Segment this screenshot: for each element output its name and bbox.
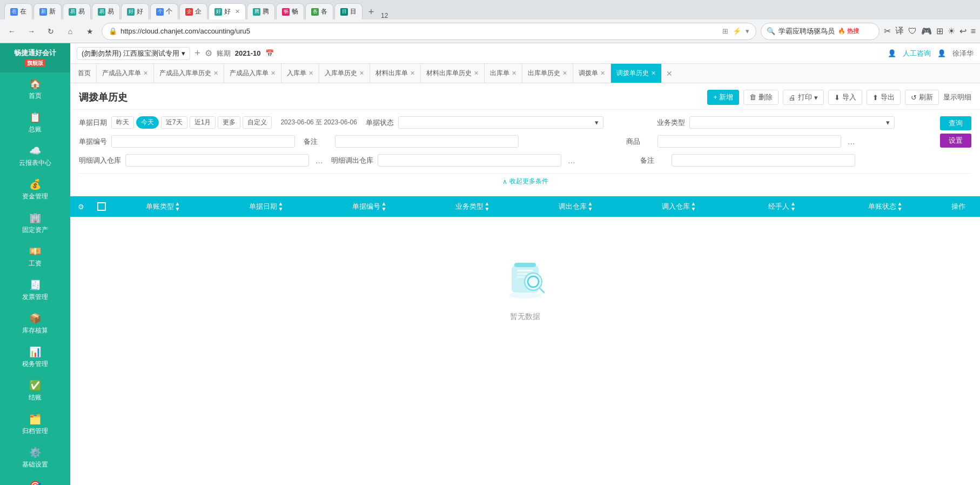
browser-tab-1[interactable]: 在 在 [4, 3, 32, 19]
sidebar-item-home[interactable]: 🏠 首页 [0, 72, 70, 106]
new-tab-button[interactable]: + [364, 4, 379, 19]
undo-icon[interactable]: ↩ [959, 26, 966, 36]
tab-storage-in[interactable]: 入库单 ✕ [281, 64, 319, 83]
sidebar-item-archive[interactable]: 🗂️ 归档管理 [0, 408, 70, 441]
browser-tab-11[interactable]: 目 目 [334, 3, 363, 19]
company-gear-icon[interactable]: ⚙ [205, 48, 212, 58]
tab-storage-out[interactable]: 出库单 ✕ [485, 64, 522, 83]
th-doc-no[interactable]: 单据编号 ▲▼ [318, 201, 421, 212]
forward-button[interactable]: → [24, 24, 39, 39]
browser-tab-9[interactable]: 畅 畅 [276, 3, 304, 19]
docno-input[interactable] [111, 135, 295, 148]
browser-tab-10[interactable]: 各 各 [305, 3, 333, 19]
browser-tab-2[interactable]: 新 新 [33, 3, 62, 19]
date-btn-7days[interactable]: 近7天 [161, 116, 187, 129]
sidebar-item-settings[interactable]: ⚙️ 基础设置 [0, 441, 70, 475]
tab-material-out[interactable]: 材料出库单 ✕ [370, 64, 421, 83]
goods-ellipsis-icon[interactable]: ... [848, 137, 855, 147]
date-btn-more[interactable]: 更多 [218, 116, 240, 129]
bookmark-button[interactable]: ★ [82, 24, 97, 39]
refresh-button-page[interactable]: ↺ 刷新 [905, 90, 939, 105]
sidebar-item-assets[interactable]: 🏢 固定资产 [0, 207, 70, 240]
tab-material-out-history[interactable]: 材料出库单历史 ✕ [421, 64, 485, 83]
sidebar-item-invoice[interactable]: 🧾 发票管理 [0, 274, 70, 307]
game-icon[interactable]: 🎮 [921, 26, 932, 36]
browser-tab-4[interactable]: 易 易 [92, 3, 120, 19]
tab-products-in[interactable]: 产成品入库单 ✕ [97, 64, 154, 83]
theme-icon[interactable]: ☀ [948, 26, 955, 36]
delete-button[interactable]: 🗑 删除 [743, 90, 778, 105]
detail-out-input[interactable] [378, 154, 561, 167]
remark2-input[interactable] [672, 154, 855, 167]
sidebar-item-inventory[interactable]: 📦 库存核算 [0, 307, 70, 341]
tab-transfer[interactable]: 调拨单 ✕ [573, 64, 611, 83]
tab-close-active[interactable]: ✕ [235, 8, 240, 15]
close-icon-7[interactable]: ✕ [474, 70, 479, 77]
tab-home[interactable]: 首页 [72, 64, 97, 83]
close-icon-10[interactable]: ✕ [600, 70, 605, 77]
print-button[interactable]: 🖨 打印 ▾ [783, 90, 824, 105]
tab-products-in2[interactable]: 产成品入库单 ✕ [224, 64, 281, 83]
date-btn-today[interactable]: 今天 [136, 116, 159, 129]
new-button[interactable]: + 新增 [707, 90, 739, 105]
browser-tab-6[interactable]: 个 个 [150, 3, 178, 19]
sidebar-item-close[interactable]: ✅ 结账 [0, 374, 70, 408]
sidebar-item-tax[interactable]: 📊 税务管理 [0, 341, 70, 374]
close-icon-3[interactable]: ✕ [271, 70, 276, 77]
refresh-button[interactable]: ↻ [43, 24, 58, 39]
close-icon-4[interactable]: ✕ [308, 70, 313, 77]
translate-icon[interactable]: 译 [895, 25, 904, 37]
scissors-icon[interactable]: ✂ [884, 26, 891, 36]
tab-storage-out-history[interactable]: 出库单历史 ✕ [522, 64, 573, 83]
table-select-all[interactable] [92, 202, 111, 211]
close-icon-11[interactable]: ✕ [651, 70, 656, 77]
detail-in-input[interactable] [125, 154, 309, 167]
browser-tab-active[interactable]: 好 好 ✕ [209, 3, 246, 19]
status-select[interactable]: ▾ [398, 116, 603, 129]
collapse-bar[interactable]: ∧ 收起更多条件 [79, 173, 971, 189]
tab-products-in-history[interactable]: 产成品入库单历史 ✕ [154, 64, 224, 83]
sidebar-item-ledger[interactable]: 📋 总账 [0, 106, 70, 139]
close-icon-1[interactable]: ✕ [143, 70, 148, 77]
browser-tab-3[interactable]: 易 易 [63, 3, 91, 19]
back-button[interactable]: ← [4, 24, 19, 39]
search-box[interactable]: 🔍 学霸应聘场驱鸟员 🔥 热搜 [761, 23, 880, 40]
browser-tab-8[interactable]: 腾 腾 [247, 3, 275, 19]
close-icon-8[interactable]: ✕ [512, 70, 516, 77]
goods-input[interactable] [657, 135, 841, 148]
th-in-warehouse[interactable]: 调入仓库 ▲▼ [627, 201, 730, 212]
grid-icon2[interactable]: ⊞ [936, 26, 943, 36]
browser-tab-5[interactable]: 好 好 [121, 3, 149, 19]
import-button[interactable]: ⬇ 导入 [828, 90, 862, 105]
close-icon-5[interactable]: ✕ [359, 70, 364, 77]
address-bar[interactable]: 🔒 https://cloud.chanjet.com/accounting/u… [102, 23, 756, 40]
browser-tab-7[interactable]: 企 企 [179, 3, 207, 19]
th-biz-type[interactable]: 业务类型 ▲▼ [421, 201, 524, 212]
close-icon-6[interactable]: ✕ [410, 70, 415, 77]
tab-storage-in-history[interactable]: 入库单历史 ✕ [319, 64, 370, 83]
query-button[interactable]: 查询 [940, 116, 971, 130]
th-doc-type[interactable]: 单账类型 ▲▼ [111, 201, 214, 212]
calendar-icon[interactable]: 📅 [265, 49, 274, 57]
th-out-warehouse[interactable]: 调出仓库 ▲▼ [524, 201, 627, 212]
filter-settings-button[interactable]: 设置 [940, 134, 971, 148]
sidebar-item-salary[interactable]: 💴 工资 [0, 240, 70, 274]
user-service-label[interactable]: 人工咨询 [903, 49, 931, 58]
shield-icon[interactable]: 🛡 [908, 26, 917, 36]
home-button[interactable]: ⌂ [63, 24, 78, 39]
sidebar-item-funds[interactable]: 💰 资金管理 [0, 173, 70, 207]
table-settings-icon[interactable]: ⚙ [70, 203, 92, 211]
close-icon-9[interactable]: ✕ [562, 70, 567, 77]
sidebar-item-reports[interactable]: ☁️ 云报表中心 [0, 139, 70, 173]
th-handler[interactable]: 经手人 ▲▼ [730, 201, 834, 212]
add-company-button[interactable]: + [194, 48, 200, 59]
close-all-tabs-button[interactable]: ✕ [666, 69, 673, 78]
menu-icon[interactable]: ≡ [971, 26, 976, 36]
date-btn-1month[interactable]: 近1月 [190, 116, 216, 129]
date-btn-custom[interactable]: 自定义 [243, 116, 272, 129]
sidebar-item-guide[interactable]: 🎯 新手引导 [0, 475, 70, 485]
detail-in-ellipsis-icon[interactable]: ... [316, 156, 323, 165]
date-btn-yesterday[interactable]: 昨天 [111, 116, 134, 129]
detail-out-ellipsis-icon[interactable]: ... [568, 156, 575, 165]
company-selector[interactable]: (勿删勿禁用) 江西服宝测试专用 ▾ [77, 47, 190, 60]
